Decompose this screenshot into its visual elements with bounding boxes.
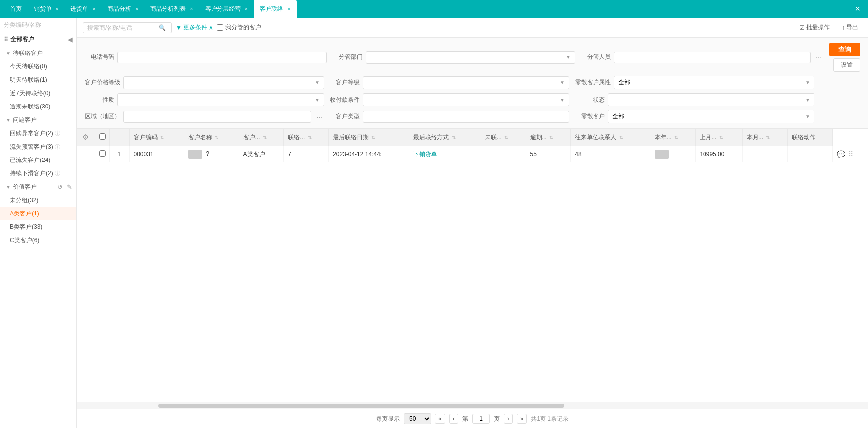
sidebar-item-overdue[interactable]: 逾期未联络(30) (0, 100, 76, 113)
last-method-link[interactable]: 下销货单 (413, 151, 437, 158)
nav-goods-close[interactable]: × (135, 6, 138, 12)
retail-attr-select[interactable]: 全部▼ (614, 76, 814, 89)
nav-purchase-close[interactable]: × (92, 6, 95, 12)
sidebar-item-tomorrow[interactable]: 明天待联络(1) (0, 73, 76, 87)
page-number-input[interactable] (472, 414, 490, 424)
my-customers-checkbox[interactable] (217, 24, 223, 31)
sort-icon-last-method[interactable]: ⇅ (452, 135, 456, 140)
sort-icon-last-date[interactable]: ⇅ (371, 135, 375, 140)
export-btn[interactable]: ↑ 导出 (838, 22, 862, 33)
horizontal-scrollbar[interactable] (77, 402, 868, 409)
sort-icon-name[interactable]: ⇅ (215, 135, 218, 140)
col-checkbox (95, 129, 109, 146)
nav-home[interactable]: 首页 (4, 0, 28, 18)
query-button[interactable]: 查询 (829, 43, 860, 56)
last-page-btn[interactable]: » (517, 414, 527, 424)
page-size-label: 每页显示 (376, 415, 400, 423)
edit-icon[interactable]: ✎ (67, 183, 72, 191)
nav-customer-contact[interactable]: 客户联络 × (254, 0, 296, 18)
nav-goods-list-close[interactable]: × (190, 6, 193, 12)
refresh-icon[interactable]: ↺ (57, 183, 63, 191)
nav-customer-segment[interactable]: 客户分层经营 × (199, 0, 254, 18)
sort-icon-visit-contact[interactable]: ⇅ (619, 135, 623, 140)
page-size-select[interactable]: 50 20 100 (404, 413, 431, 424)
filter-bar: 🔍 ▼ 更多条件 ∧ 我分管的客户 ☑ 批量操作 ↑ 导出 (77, 18, 868, 38)
person-input[interactable] (614, 52, 811, 63)
col-last-method: 最后联络方式 ⇅ (409, 129, 481, 146)
customer-name-text[interactable]: ? (206, 150, 209, 157)
phone-label: 电话号码 (85, 53, 114, 61)
select-all-checkbox[interactable] (99, 133, 106, 140)
nav-purchase[interactable]: 进货单 × (64, 0, 101, 18)
person-label: 分管人员 (581, 53, 611, 61)
prev-page-btn[interactable]: ‹ (449, 414, 458, 424)
filter-search-input[interactable] (87, 24, 157, 31)
sidebar-item-7days[interactable]: 近7天待联络(0) (0, 87, 76, 100)
sidebar-item-continuous-decrease[interactable]: 持续下滑客户(2) ⓘ (0, 167, 76, 180)
sort-icon-uncontacted[interactable]: ⇅ (504, 135, 508, 140)
filter-search-icon[interactable]: 🔍 (159, 24, 166, 31)
action-more-icon[interactable]: ⠿ (848, 150, 853, 158)
region-dots[interactable]: ··· (314, 113, 324, 121)
next-page-btn[interactable]: › (504, 414, 513, 424)
sidebar-search-input[interactable] (4, 21, 77, 28)
sidebar-collapse-icon[interactable]: ◀ (68, 36, 72, 43)
nature-select[interactable]: ▼ (117, 93, 324, 106)
my-customers-filter[interactable]: 我分管的客户 (217, 23, 261, 32)
table-settings-icon[interactable]: ⚙ (82, 133, 89, 141)
payment-select[interactable]: ▼ (363, 93, 569, 106)
row-visit-contact (651, 146, 696, 162)
filter-more-conditions-btn[interactable]: ▼ 更多条件 ∧ (176, 23, 213, 32)
nav-customer-segment-close[interactable]: × (245, 6, 248, 12)
sidebar-group-pending-contact[interactable]: ▼ 待联络客户 (0, 47, 76, 60)
sort-icon-last-month[interactable]: ⇅ (719, 135, 723, 140)
cust-grade-select[interactable]: ▼ (363, 76, 569, 89)
batch-op-btn[interactable]: ☑ 批量操作 (795, 22, 834, 33)
row-seq: 1 (109, 146, 129, 162)
sort-icon-ctype[interactable]: ⇅ (263, 135, 267, 140)
row-settings-cell (77, 146, 95, 162)
sort-icon-contact[interactable]: ⇅ (308, 135, 312, 140)
filter-row-1: 电话号码 分管部门 ▼ 分管人员 ··· 查询 设置 (85, 43, 860, 72)
sidebar-item-class-a[interactable]: A类客户(1) (0, 207, 76, 220)
cust-type-input[interactable] (363, 111, 569, 123)
sidebar-item-repeat-abnormal[interactable]: 回购异常客户(2) ⓘ (0, 127, 76, 140)
sidebar-item-class-b[interactable]: B类客户(33) (0, 220, 76, 234)
sidebar-item-unclassified[interactable]: 未分组(32) (0, 194, 76, 207)
sidebar-group-problem-customer[interactable]: ▼ 问题客户 (0, 113, 76, 127)
nav-sales-close[interactable]: × (55, 6, 58, 12)
sidebar-item-class-c[interactable]: C类客户(6) (0, 234, 76, 247)
region-input[interactable] (123, 111, 311, 123)
row-overdue: 55 (526, 146, 571, 162)
sort-icon-code[interactable]: ⇅ (160, 135, 164, 140)
sort-icon-this-month[interactable]: ⇅ (766, 135, 770, 140)
phone-input[interactable] (117, 52, 327, 63)
first-page-btn[interactable]: « (435, 414, 445, 424)
sidebar-item-today[interactable]: 今天待联络(0) (0, 60, 76, 73)
sidebar-item-lost[interactable]: 已流失客户(24) (0, 154, 76, 167)
sidebar-group-value-customer[interactable]: ▼ 价值客户 ↺ ✎ (0, 180, 76, 194)
pagination-bar: 每页显示 50 20 100 « ‹ 第 页 › » 共1页 1条记录 (77, 409, 868, 428)
sidebar-item-lost-predicted[interactable]: 流失预警客户(3) ⓘ (0, 140, 76, 154)
batch-op-icon: ☑ (799, 24, 805, 31)
dept-select[interactable]: ▼ (366, 51, 575, 64)
row-checkbox[interactable] (99, 150, 106, 157)
row-last-method[interactable]: 下销货单 (409, 146, 481, 162)
page-label: 第 (462, 415, 468, 423)
nav-customer-contact-close[interactable]: × (287, 6, 290, 12)
status-select[interactable]: ▼ (608, 93, 814, 106)
settings-button[interactable]: 设置 (833, 58, 860, 72)
person-dots[interactable]: ··· (814, 54, 823, 61)
page-total-label: 页 (494, 415, 500, 423)
sort-icon-this-year[interactable]: ⇅ (674, 135, 678, 140)
contact-avatar (655, 150, 669, 159)
nav-goods[interactable]: 商品分析 × (102, 0, 144, 18)
price-grade-select[interactable]: ▼ (123, 76, 324, 89)
action-chat-icon[interactable]: 💬 (837, 150, 845, 158)
nav-goods-list[interactable]: 商品分析列表 × (144, 0, 199, 18)
retail-cust-select[interactable]: 全部▼ (608, 110, 814, 123)
nav-sales[interactable]: 销货单 × (28, 0, 64, 18)
scrollbar-thumb[interactable] (158, 404, 564, 408)
app-close-button[interactable]: × (851, 4, 864, 14)
sort-icon-overdue[interactable]: ⇅ (549, 135, 553, 140)
